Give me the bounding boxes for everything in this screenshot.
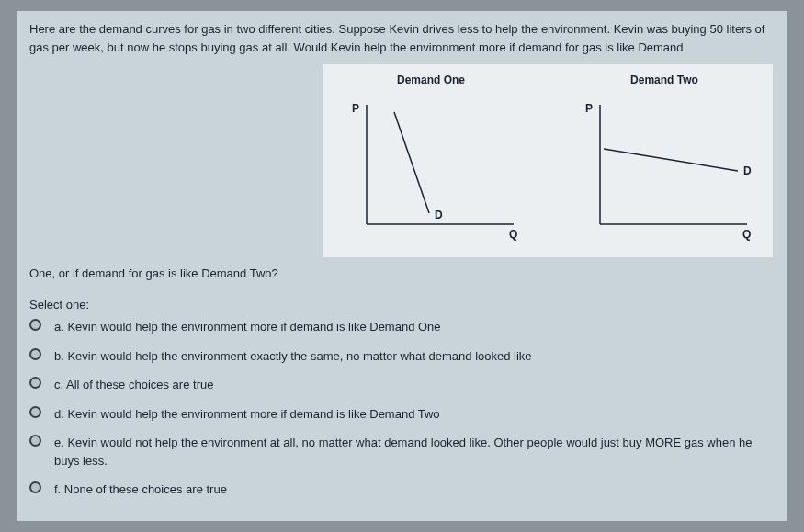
option-a-text: a. Kevin would help the environment more… (54, 318, 441, 336)
chart-two-title: Demand Two (630, 74, 698, 86)
chart-one-xlabel: Q (509, 228, 517, 241)
select-one-label: Select one: (29, 298, 89, 311)
option-b-text: b. Kevin would help the environment exac… (54, 347, 532, 366)
question-paragraph: Here are the demand curves for gas in tw… (29, 20, 775, 56)
chart-one-ylabel: P (352, 102, 359, 115)
option-f-row[interactable]: f. None of these choices are true (29, 481, 771, 499)
chart-one-series-label: D (435, 209, 443, 221)
radio-e[interactable] (29, 435, 41, 447)
option-e-row[interactable]: e. Kevin would not help the environment … (29, 434, 771, 470)
chart-demand-one: Demand One P Q D (339, 74, 523, 248)
option-a-row[interactable]: a. Kevin would help the environment more… (29, 318, 771, 336)
option-d-row[interactable]: d. Kevin would help the environment more… (29, 405, 771, 424)
chart-two-svg: P Q D (572, 96, 756, 243)
chart-two-series-label: D (743, 164, 752, 177)
svg-line-5 (604, 149, 738, 171)
charts-panel: Demand One P Q D Demand Two P Q D (323, 64, 773, 257)
chart-two-ylabel: P (585, 102, 593, 115)
radio-d[interactable] (29, 406, 41, 418)
option-e-text: e. Kevin would not help the environment … (54, 434, 771, 470)
chart-demand-two: Demand Two P Q D (572, 74, 756, 248)
chart-two-xlabel: Q (742, 228, 751, 241)
radio-a[interactable] (29, 319, 41, 331)
svg-line-2 (394, 112, 429, 213)
options-list: a. Kevin would help the environment more… (29, 318, 771, 510)
question-continuation: One, or if demand for gas is like Demand… (29, 266, 278, 280)
option-d-text: d. Kevin would help the environment more… (54, 405, 440, 424)
chart-one-title: Demand One (397, 74, 465, 86)
radio-c[interactable] (29, 377, 41, 389)
option-b-row[interactable]: b. Kevin would help the environment exac… (29, 347, 771, 366)
radio-f[interactable] (29, 481, 41, 493)
radio-b[interactable] (29, 348, 41, 360)
chart-one-svg: P Q D (339, 96, 523, 243)
option-f-text: f. None of these choices are true (54, 481, 227, 499)
question-card: Here are the demand curves for gas in tw… (17, 11, 787, 521)
option-c-text: c. All of these choices are true (54, 376, 213, 394)
option-c-row[interactable]: c. All of these choices are true (29, 376, 771, 394)
